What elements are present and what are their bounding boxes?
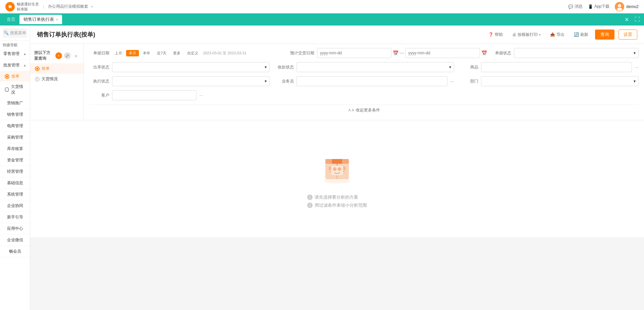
help-btn[interactable]: ❓ 帮助	[486, 31, 505, 39]
sidebar-item-purchase[interactable]: 采购管理	[0, 132, 30, 143]
sidebar-item-marketing[interactable]: 营销推广	[0, 98, 30, 109]
sidebar-item-wechat[interactable]: 企业微信	[0, 235, 30, 246]
goods-label: 商品	[458, 64, 478, 70]
date-tabs: 上月 本月 本年 近7天 更多 自定义	[112, 50, 201, 56]
collapse-btn[interactable]: ∧∧ 收起更多条件	[89, 104, 639, 116]
expected-date-label: 预计交货日期	[290, 50, 314, 56]
date-label: 单据日期	[89, 50, 109, 56]
calendar-start-icon[interactable]: 📅	[393, 50, 398, 56]
filter-field-dept: 部门	[458, 76, 639, 86]
wholesale-expand-icon: ▲	[23, 63, 26, 67]
filter-field-goods: 商品 ···	[458, 62, 639, 72]
salesman-more-icon[interactable]: ···	[450, 79, 454, 84]
filter-field-customer: 客户 ···	[89, 90, 203, 100]
app-icon: 📱	[588, 4, 593, 9]
date-tab-自定义[interactable]: 自定义	[184, 50, 201, 56]
sidebar-nav-label: 快捷导航	[0, 41, 30, 48]
filter-scheme-按单[interactable]: 按单	[30, 63, 84, 74]
add-scheme-btn[interactable]: +	[55, 52, 62, 59]
message-icon: 💬	[568, 4, 573, 9]
main-layout: 🔍 搜索菜单 快捷导航 零售管理 ▲ 批发管理 ▲ 按单 ○ 欠货情况 营销推广	[0, 25, 644, 310]
sidebar-item-retail[interactable]: 零售管理 ▲	[0, 48, 30, 60]
svg-point-16	[336, 161, 338, 163]
exec-select[interactable]	[112, 76, 270, 86]
help-icon: ❓	[488, 32, 493, 37]
exec-label: 执行状态	[89, 79, 109, 84]
settings-btn[interactable]: 设置	[619, 30, 637, 40]
sidebar-item-basic[interactable]: 基础信息	[0, 177, 30, 189]
edit-scheme-btn[interactable]	[64, 52, 71, 59]
user-area[interactable]: demo2	[615, 2, 639, 11]
payment-select[interactable]	[297, 62, 454, 72]
sidebar-item-system[interactable]: 系统管理	[0, 189, 30, 200]
message-btn[interactable]: 💬 消息	[568, 4, 583, 9]
sidebar-item-wholesale[interactable]: 批发管理 ▲	[0, 60, 30, 71]
filter-scheme-欠货情况[interactable]: ⏱ 欠货情况	[30, 74, 84, 84]
status-select[interactable]	[514, 48, 639, 58]
page-header: 销售订单执行表(按单) ❓ 帮助 🖨 按模板打印 ▾ 📤 导出 🔄 刷新	[30, 25, 644, 44]
app-download-btn[interactable]: 📱 App下载	[588, 4, 609, 9]
sidebar-item-finance[interactable]: 资金管理	[0, 155, 30, 166]
date-tab-更多[interactable]: 更多	[170, 50, 183, 56]
outbound-select[interactable]	[112, 62, 270, 72]
sidebar-item-apps[interactable]: 应用中心	[0, 223, 30, 235]
status-dropdown-icon	[634, 51, 636, 55]
collapse-scheme-btn[interactable]: «	[73, 52, 79, 59]
print-btn[interactable]: 🖨 按模板打印 ▾	[509, 31, 543, 39]
date-tab-近7天[interactable]: 近7天	[154, 50, 169, 56]
svg-point-13	[334, 168, 335, 170]
tab-expand-icon[interactable]: ⛶	[633, 15, 641, 23]
breadcrumb-dropdown[interactable]: ▾	[91, 4, 93, 9]
sidebar-sub-item-欠货情况[interactable]: ○ 欠货情况	[0, 82, 30, 98]
customer-label: 客户	[89, 93, 109, 98]
tab-close-window-icon[interactable]: ✕	[623, 15, 631, 23]
goods-more-icon[interactable]: ···	[635, 64, 639, 70]
sidebar-item-member[interactable]: 畅会员	[0, 246, 30, 257]
print-icon: 🖨	[512, 32, 516, 37]
goods-input[interactable]	[481, 62, 632, 72]
expected-date-end[interactable]	[405, 48, 480, 58]
exec-dropdown-icon	[265, 79, 267, 84]
logo-area: 畅 畅捷通好生意 标准版	[5, 2, 39, 11]
date-tab-上月[interactable]: 上月	[112, 50, 125, 56]
calendar-end-icon[interactable]: 📅	[481, 50, 487, 56]
sidebar-item-ecommerce[interactable]: 电商管理	[0, 120, 30, 132]
salesman-input[interactable]	[297, 76, 447, 86]
query-btn[interactable]: 查询	[595, 30, 614, 40]
page-title: 销售订单执行表(按单)	[37, 31, 95, 39]
sidebar-item-stock[interactable]: 库存核算	[0, 143, 30, 155]
top-bar-left: 畅 畅捷通好生意 标准版 | 办公用品行业模拟账套 ▾	[5, 2, 93, 11]
sidebar-item-coop[interactable]: 企业协同	[0, 200, 30, 212]
expected-date-start[interactable]	[317, 48, 391, 58]
refresh-btn[interactable]: 🔄 刷新	[571, 31, 591, 39]
top-bar-right: 💬 消息 📱 App下载 demo2	[568, 2, 639, 11]
tab-close-icon[interactable]: ×	[56, 17, 58, 21]
export-btn[interactable]: 📤 导出	[547, 31, 567, 39]
empty-tips: 1 请先选择要分析的方案 2 用过滤条件来缩小分析范围	[307, 194, 367, 210]
filter-sidebar: 按以下方案查询 + « 按单	[30, 44, 84, 120]
filter-panel: 按以下方案查询 + « 按单	[30, 44, 644, 120]
filter-row-2: 出库状态 收款状态 商品	[89, 62, 639, 72]
content-area: 销售订单执行表(按单) ❓ 帮助 🖨 按模板打印 ▾ 📤 导出 🔄 刷新	[30, 25, 644, 310]
date-tab-本月[interactable]: 本月	[126, 50, 139, 56]
customer-input[interactable]	[112, 90, 197, 100]
filter-field-salesman: 业务员 ···	[274, 76, 454, 86]
page-actions: ❓ 帮助 🖨 按模板打印 ▾ 📤 导出 🔄 刷新 查询 设置	[486, 30, 637, 40]
sidebar-item-guide[interactable]: 新手引导	[0, 212, 30, 223]
tab-home[interactable]: 首页	[3, 15, 19, 24]
customer-more-icon[interactable]: ···	[199, 93, 203, 98]
sidebar-item-operation[interactable]: 经营管理	[0, 166, 30, 177]
date-range-display: 2023-03-01 至 2023-03-31	[203, 51, 247, 56]
print-dropdown-icon: ▾	[539, 33, 541, 37]
dept-select[interactable]	[481, 76, 639, 86]
tab-active[interactable]: 销售订单执行表 ×	[19, 15, 62, 24]
date-tab-本年[interactable]: 本年	[140, 50, 153, 56]
filter-field-exec: 执行状态	[89, 76, 270, 86]
empty-state: 1 请先选择要分析的方案 2 用过滤条件来缩小分析范围	[30, 120, 644, 237]
sidebar-sub-item-按单[interactable]: 按单	[0, 71, 30, 82]
sidebar-item-sales[interactable]: 销售管理	[0, 109, 30, 120]
search-menu-btn[interactable]: 🔍 搜索菜单	[3, 28, 27, 38]
filter-sidebar-header: 按以下方案查询 + «	[30, 48, 84, 63]
outbound-label: 出库状态	[89, 64, 109, 70]
retail-expand-icon: ▲	[23, 52, 26, 56]
